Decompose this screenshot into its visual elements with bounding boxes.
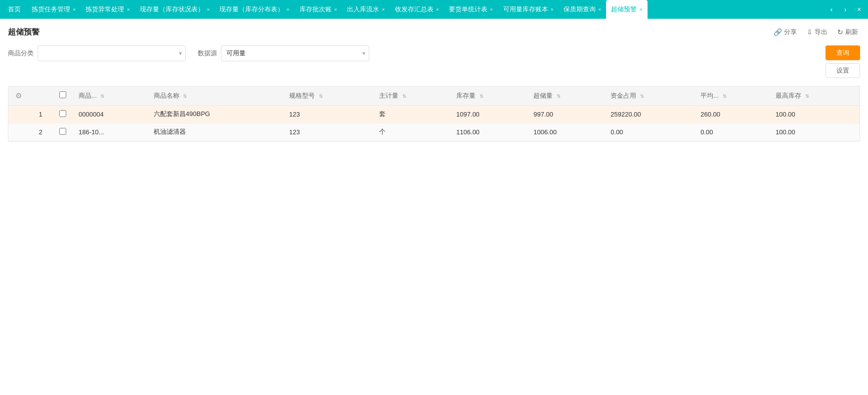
tab-close-9[interactable]: × bbox=[551, 6, 554, 12]
row-unit-0: 套 bbox=[373, 105, 450, 123]
share-button[interactable]: 🔗 分享 bbox=[772, 27, 799, 38]
row-unit-1: 个 bbox=[373, 123, 450, 141]
col-header-spec[interactable]: 规格型号 ⇅ bbox=[283, 86, 373, 105]
tab-close-8[interactable]: × bbox=[490, 6, 493, 12]
row-checkbox-0[interactable] bbox=[53, 105, 73, 123]
filter-area: 商品分类 ▾ 数据源 ▾ 查询 设置 bbox=[8, 45, 860, 78]
datasource-filter: 数据源 ▾ bbox=[198, 45, 369, 61]
nav-left-arrow[interactable]: ‹ bbox=[825, 0, 838, 19]
sort-avg-icon: ⇅ bbox=[723, 93, 727, 99]
sort-code-icon: ⇅ bbox=[100, 93, 104, 99]
tab-11[interactable]: 超储预警 × bbox=[606, 0, 647, 19]
category-select-wrapper: ▾ bbox=[38, 45, 186, 61]
col-header-checkbox[interactable] bbox=[53, 86, 73, 105]
sort-name-icon: ⇅ bbox=[183, 93, 187, 99]
row-code-1: 186-10... bbox=[73, 123, 148, 141]
row-capital-0: 259220.00 bbox=[605, 105, 694, 123]
row-max-stock-0: 100.00 bbox=[770, 105, 860, 123]
row-settings-0 bbox=[8, 105, 28, 123]
tab-3[interactable]: 现存量（库存状况表） × bbox=[135, 0, 215, 19]
table-header-row: ⚙ 商品... ⇅ 商品名称 ⇅ 规格型号 bbox=[8, 86, 860, 105]
nav-bar: 首页 拣货任务管理 × 拣货异常处理 × 现存量（库存状况表） × 现存量（库存… bbox=[0, 0, 868, 19]
page-content: 超储预警 🔗 分享 ⇩ 导出 ↻ 刷新 商品分类 ▾ bbox=[0, 19, 868, 395]
row-spec-0: 123 bbox=[283, 105, 373, 123]
tab-close-7[interactable]: × bbox=[436, 6, 439, 12]
row-capital-1: 0.00 bbox=[605, 123, 694, 141]
tab-close-10[interactable]: × bbox=[598, 6, 601, 12]
row-select-1[interactable] bbox=[59, 128, 66, 135]
row-name-0: 六配套新昌490BPG bbox=[148, 105, 283, 123]
category-filter: 商品分类 ▾ bbox=[8, 45, 186, 61]
col-header-capital[interactable]: 资金占用 ⇅ bbox=[605, 86, 694, 105]
tab-1[interactable]: 拣货任务管理 × bbox=[27, 0, 81, 19]
tab-9[interactable]: 可用量库存账本 × bbox=[498, 0, 559, 19]
tab-10[interactable]: 保质期查询 × bbox=[559, 0, 606, 19]
tab-close-5[interactable]: × bbox=[334, 6, 337, 12]
tab-close-6[interactable]: × bbox=[382, 6, 385, 12]
tab-7[interactable]: 收发存汇总表 × bbox=[390, 0, 444, 19]
tab-close-3[interactable]: × bbox=[207, 6, 210, 12]
row-stock-1: 1106.00 bbox=[450, 123, 527, 141]
row-spec-1: 123 bbox=[283, 123, 373, 141]
query-button[interactable]: 查询 bbox=[825, 45, 860, 60]
table-row[interactable]: 1 0000004 六配套新昌490BPG 123 套 1097.00 997.… bbox=[8, 105, 860, 123]
sort-spec-icon: ⇅ bbox=[319, 93, 323, 99]
table-row[interactable]: 2 186-10... 机油滤清器 123 个 1106.00 1006.00 … bbox=[8, 123, 860, 141]
category-input[interactable] bbox=[38, 45, 186, 61]
col-header-name[interactable]: 商品名称 ⇅ bbox=[148, 86, 283, 105]
data-table: ⚙ 商品... ⇅ 商品名称 ⇅ 规格型号 bbox=[8, 86, 860, 142]
row-stock-0: 1097.00 bbox=[450, 105, 527, 123]
tab-8[interactable]: 要货单统计表 × bbox=[444, 0, 498, 19]
tab-close-2[interactable]: × bbox=[127, 6, 130, 12]
datasource-label: 数据源 bbox=[198, 49, 217, 58]
share-icon: 🔗 bbox=[774, 28, 782, 36]
datasource-input[interactable] bbox=[221, 45, 369, 61]
filter-buttons: 查询 设置 bbox=[825, 45, 860, 78]
col-header-avg[interactable]: 平均... ⇅ bbox=[694, 86, 770, 105]
sort-stock-icon: ⇅ bbox=[479, 93, 483, 99]
col-header-code[interactable]: 商品... ⇅ bbox=[73, 86, 148, 105]
col-header-overflow[interactable]: 超储量 ⇅ bbox=[527, 86, 605, 105]
col-header-stock[interactable]: 库存量 ⇅ bbox=[450, 86, 527, 105]
nav-home[interactable]: 首页 bbox=[2, 5, 27, 14]
row-avg-1: 0.00 bbox=[694, 123, 770, 141]
settings-gear-icon[interactable]: ⚙ bbox=[15, 91, 22, 100]
category-label: 商品分类 bbox=[8, 49, 34, 58]
row-max-stock-1: 100.00 bbox=[770, 123, 860, 141]
sort-capital-icon: ⇅ bbox=[640, 93, 644, 99]
page-title: 超储预警 bbox=[8, 27, 40, 38]
export-button[interactable]: ⇩ 导出 bbox=[805, 27, 829, 38]
row-num-0: 1 bbox=[28, 105, 53, 123]
col-header-max-stock[interactable]: 最高库存 ⇅ bbox=[770, 86, 860, 105]
nav-arrows: ‹ › × bbox=[825, 0, 866, 19]
col-header-unit[interactable]: 主计量 ⇅ bbox=[373, 86, 450, 105]
tab-5[interactable]: 库存批次账 × bbox=[295, 0, 342, 19]
header-actions: 🔗 分享 ⇩ 导出 ↻ 刷新 bbox=[772, 27, 860, 38]
row-num-1: 2 bbox=[28, 123, 53, 141]
nav-right-arrow[interactable]: › bbox=[838, 0, 852, 19]
tab-6[interactable]: 出入库流水 × bbox=[342, 0, 390, 19]
row-overflow-0: 997.00 bbox=[527, 105, 605, 123]
tab-close-1[interactable]: × bbox=[73, 6, 76, 12]
refresh-button[interactable]: ↻ 刷新 bbox=[835, 27, 860, 38]
row-settings-1 bbox=[8, 123, 28, 141]
row-code-0: 0000004 bbox=[73, 105, 148, 123]
datasource-select-wrapper: ▾ bbox=[221, 45, 369, 61]
row-checkbox-1[interactable] bbox=[53, 123, 73, 141]
col-header-settings[interactable]: ⚙ bbox=[8, 86, 28, 105]
tab-4[interactable]: 现存量（库存分布表） × bbox=[215, 0, 294, 19]
tab-close-4[interactable]: × bbox=[286, 6, 289, 12]
page-header: 超储预警 🔗 分享 ⇩ 导出 ↻ 刷新 bbox=[8, 27, 860, 38]
sort-unit-icon: ⇅ bbox=[402, 93, 406, 99]
row-name-1: 机油滤清器 bbox=[148, 123, 283, 141]
row-overflow-1: 1006.00 bbox=[527, 123, 605, 141]
select-all-checkbox[interactable] bbox=[59, 91, 66, 98]
settings-button[interactable]: 设置 bbox=[825, 63, 860, 78]
nav-close-arrow[interactable]: × bbox=[852, 0, 866, 19]
export-icon: ⇩ bbox=[807, 28, 813, 36]
row-select-0[interactable] bbox=[59, 110, 66, 117]
refresh-icon: ↻ bbox=[837, 28, 843, 36]
tab-2[interactable]: 拣货异常处理 × bbox=[81, 0, 134, 19]
sort-overflow-icon: ⇅ bbox=[557, 93, 561, 99]
tab-close-11[interactable]: × bbox=[639, 6, 642, 12]
